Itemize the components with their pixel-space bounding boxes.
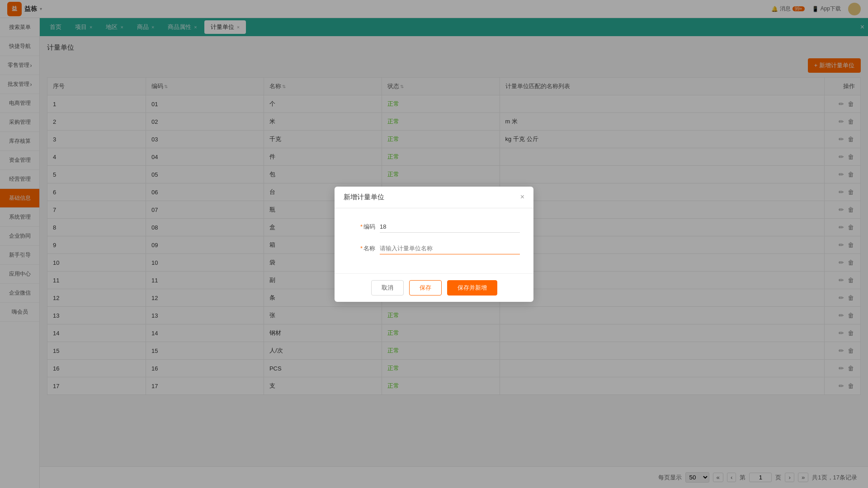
modal-close-btn[interactable]: × [520,193,524,201]
cancel-button[interactable]: 取消 [371,280,404,296]
add-unit-modal: 新增计量单位 × *编码 *名称 取消 保存 保存并新增 [335,187,533,302]
save-button[interactable]: 保存 [409,280,442,296]
modal-footer: 取消 保存 保存并新增 [335,273,533,302]
modal-body: *编码 *名称 [335,208,533,273]
name-input[interactable] [380,243,520,254]
required-mark-name: * [360,245,363,252]
code-input[interactable] [380,221,520,233]
required-mark: * [360,223,363,230]
modal-header: 新增计量单位 × [335,187,533,208]
modal-title: 新增计量单位 [344,193,384,202]
name-label: *名称 [348,244,375,253]
modal-overlay: 新增计量单位 × *编码 *名称 取消 保存 保存并新增 [0,0,868,488]
save-new-button[interactable]: 保存并新增 [447,280,497,296]
name-form-row: *名称 [348,243,520,254]
code-form-row: *编码 [348,221,520,233]
code-label: *编码 [348,223,375,231]
